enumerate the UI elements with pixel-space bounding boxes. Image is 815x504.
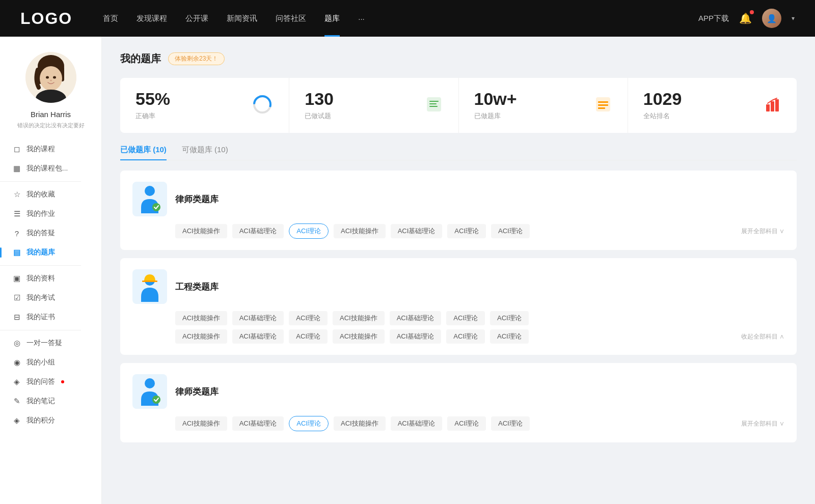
svg-point-4 [40,66,62,91]
done-questions-label: 已做试题 [305,111,334,121]
nav-item-qa[interactable]: 问答社区 [276,14,306,23]
tag-2-14[interactable]: ACI理论 [490,329,529,344]
logo[interactable]: LOGO [20,9,72,28]
svg-rect-21 [771,101,774,111]
avatar-dropdown-arrow[interactable]: ▾ [792,15,795,22]
nav-item-discover[interactable]: 发现课程 [137,14,167,23]
tag-1-3[interactable]: ACI理论 [289,223,329,239]
qbank-title-2: 工程类题库 [175,281,219,293]
sidebar-item-favorites[interactable]: ☆ 我的收藏 [0,185,101,204]
group-icon: ◉ [12,358,21,367]
sidebar-item-notes[interactable]: ✎ 我的笔记 [0,391,101,411]
avatar[interactable]: 👤 [762,9,781,28]
ranking-icon [763,95,781,116]
sidebar-item-questions[interactable]: ? 我的答疑 [0,223,101,243]
qbank-title-3: 律师类题库 [175,386,219,398]
divider [0,181,81,182]
svg-point-28 [152,396,160,404]
tag-2-11[interactable]: ACI技能操作 [333,329,385,344]
tag-1-7[interactable]: ACI理论 [491,224,530,238]
tag-1-4[interactable]: ACI技能操作 [334,224,386,238]
trial-badge: 体验剩余23天！ [168,52,225,65]
tag-1-1[interactable]: ACI技能操作 [175,224,227,238]
sidebar-item-exam[interactable]: ☑ 我的考试 [0,288,101,307]
tag-3-5[interactable]: ACI基础理论 [391,416,443,431]
lawyer-avatar-3[interactable] [132,374,167,409]
tag-2-9[interactable]: ACI基础理论 [232,329,284,344]
navbar: LOGO 首页 发现课程 公开课 新闻资讯 问答社区 题库 ··· APP下载 … [0,0,815,37]
qbank-tags-2-row2: ACI技能操作 ACI基础理论 ACI理论 ACI技能操作 ACI基础理论 AC… [132,329,784,344]
nav-item-home[interactable]: 首页 [103,14,118,23]
homework-icon: ☰ [12,209,21,218]
tag-2-6[interactable]: ACI理论 [446,311,485,325]
qbank-card-3: 律师类题库 ACI技能操作 ACI基础理论 ACI理论 ACI技能操作 ACI基… [120,363,797,442]
notification-badge [750,10,754,14]
lawyer-avatar-1[interactable] [132,182,167,216]
tab-done[interactable]: 已做题库 (10) [120,145,167,160]
tab-available[interactable]: 可做题库 (10) [182,145,228,160]
qbank-card-1: 律师类题库 ACI技能操作 ACI基础理论 ACI理论 ACI技能操作 ACI基… [120,171,797,250]
collapse-btn-2[interactable]: 收起全部科目 ∧ [741,332,784,341]
tag-2-2[interactable]: ACI基础理论 [232,311,284,325]
tag-3-7[interactable]: ACI理论 [491,416,530,431]
sidebar: Brian Harris 错误的决定比没有决定要好 ◻ 我的课程 ▦ 我的课程包… [0,37,102,504]
sidebar-item-cert[interactable]: ⊟ 我的证书 [0,307,101,327]
nav-item-more[interactable]: ··· [358,14,365,23]
sidebar-item-myqa[interactable]: ◈ 我的问答 [0,372,101,391]
tag-2-13[interactable]: ACI理论 [446,329,485,344]
tag-3-1[interactable]: ACI技能操作 [175,416,227,431]
notification-bell[interactable]: 🔔 [739,12,752,24]
ranking-value: 1029 [643,90,682,107]
accuracy-label: 正确率 [135,111,170,121]
tag-2-7[interactable]: ACI理论 [490,311,529,325]
sidebar-item-mycourse[interactable]: ◻ 我的课程 [0,139,101,159]
expand-btn-1[interactable]: 展开全部科目 ∨ [741,227,784,236]
app-download-button[interactable]: APP下载 [698,14,729,23]
bell-icon: 🔔 [739,13,752,24]
main-content: 我的题库 体验剩余23天！ 55% 正确率 [102,37,815,504]
tag-2-12[interactable]: ACI基础理论 [390,329,442,344]
sidebar-avatar [25,52,76,103]
tag-2-4[interactable]: ACI技能操作 [333,311,385,325]
sidebar-item-homework[interactable]: ☰ 我的作业 [0,204,101,223]
lawyer-icon-1 [136,184,164,214]
qa-icon: ◈ [12,377,21,386]
done-questions-value: 130 [305,90,334,107]
tag-3-2[interactable]: ACI基础理论 [232,416,284,431]
qbank-tags-3: ACI技能操作 ACI基础理论 ACI理论 ACI技能操作 ACI基础理论 AC… [132,416,784,431]
tag-2-8[interactable]: ACI技能操作 [175,329,227,344]
engineer-avatar-2[interactable] [132,269,167,304]
nav-menu: 首页 发现课程 公开课 新闻资讯 问答社区 题库 ··· [103,14,365,23]
svg-point-9 [50,80,52,81]
tag-2-10[interactable]: ACI理论 [289,329,328,344]
sidebar-item-coursepack[interactable]: ▦ 我的课程包... [0,159,101,178]
tag-1-2[interactable]: ACI基础理论 [232,224,284,238]
nav-item-qbank[interactable]: 题库 [324,14,340,23]
tag-3-3[interactable]: ACI理论 [289,416,329,431]
sidebar-item-group[interactable]: ◉ 我的小组 [0,353,101,372]
user-motto: 错误的决定比没有决定要好 [17,122,85,129]
nav-item-openclass[interactable]: 公开课 [185,14,208,23]
tag-1-6[interactable]: ACI理论 [447,224,486,238]
expand-btn-3[interactable]: 展开全部科目 ∨ [741,419,784,428]
star-icon: ☆ [12,190,21,199]
sidebar-item-data[interactable]: ▣ 我的资料 [0,269,101,288]
tag-3-4[interactable]: ACI技能操作 [334,416,386,431]
page-header: 我的题库 体验剩余23天！ [120,52,797,66]
tag-2-1[interactable]: ACI技能操作 [175,311,227,325]
qbank-card-2: 工程类题库 ACI技能操作 ACI基础理论 ACI理论 ACI技能操作 ACI基… [120,258,797,355]
sidebar-item-1on1[interactable]: ◎ 一对一答疑 [0,333,101,353]
data-icon: ▣ [12,274,21,283]
tag-3-6[interactable]: ACI理论 [447,416,486,431]
notes-icon: ✎ [12,397,21,406]
qbank-header-2: 工程类题库 [132,269,784,304]
svg-point-27 [145,378,155,388]
tag-2-3[interactable]: ACI理论 [289,311,328,325]
sidebar-item-points[interactable]: ◈ 我的积分 [0,411,101,430]
sidebar-item-qbank[interactable]: ▤ 我的题库 [0,243,101,262]
nav-item-news[interactable]: 新闻资讯 [227,14,257,23]
page-title: 我的题库 [120,52,161,66]
tag-2-5[interactable]: ACI基础理论 [390,311,442,325]
tag-1-5[interactable]: ACI基础理论 [391,224,443,238]
svg-rect-20 [766,104,770,111]
